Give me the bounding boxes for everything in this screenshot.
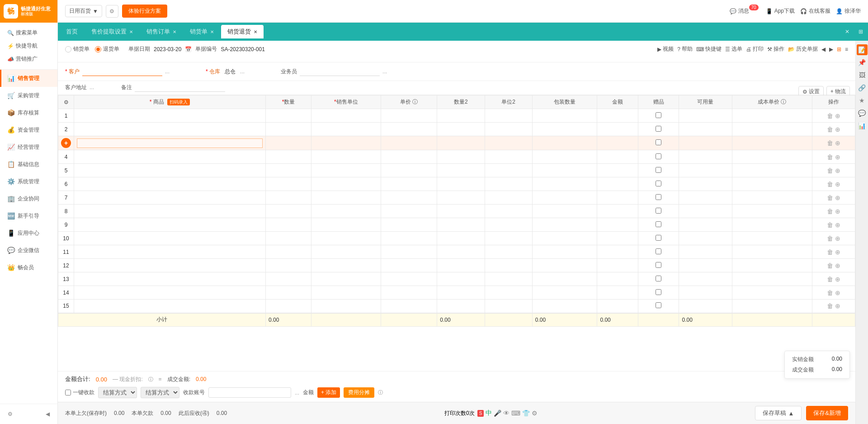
gift-checkbox[interactable] [656,302,661,308]
gift-checkbox[interactable] [656,221,661,227]
tab-layout-btn[interactable]: ⊞ [855,26,866,37]
operate-action[interactable]: ⚒ 操作 [767,45,784,53]
save-draft-btn[interactable]: 保存草稿 ▲ [755,406,802,420]
copy-row-btn[interactable]: ⊕ [835,221,840,229]
sidebar-item-system[interactable]: ⚙️ 系统管理 [0,173,57,190]
address-dots[interactable]: ... [90,84,94,91]
sidebar-item-inventory[interactable]: 📦 库存核算 [0,104,57,121]
gift-checkbox[interactable] [656,194,661,200]
calendar-icon[interactable]: 📅 [185,46,192,52]
delete-row-btn[interactable]: 🗑 [827,248,833,256]
tab-price-settings[interactable]: 售价提取设置 ✕ [85,25,139,38]
online-service-item[interactable]: 🎧 在线客服 [800,7,830,15]
gift-checkbox[interactable] [656,126,661,132]
delete-row-btn[interactable]: 🗑 [827,208,833,215]
sidebar-item-purchase[interactable]: 🛒 采购管理 [0,87,57,104]
tab-price-close-icon[interactable]: ✕ [129,29,133,34]
th-settings[interactable]: ⚙ [58,95,74,109]
tab-sales[interactable]: 销货单 ✕ [184,25,220,38]
sidebar-settings-btn[interactable]: ⚙ [4,408,16,420]
gift-checkbox[interactable] [656,262,661,268]
gift-checkbox[interactable] [656,181,661,186]
right-sidebar-form-icon[interactable]: 📝 [857,44,868,55]
sidebar-item-member[interactable]: 👑 畅会员 [0,259,57,276]
settle-method-select[interactable]: 结算方式 [98,387,137,398]
one-click-input[interactable] [65,390,71,395]
right-sidebar-star-icon[interactable]: ★ [857,95,868,106]
experience-btn[interactable]: 体验行业方案 [122,5,167,18]
app-download-item[interactable]: 📱 App下载 [766,7,795,15]
view-grid-icon[interactable]: ⊞ [837,46,841,52]
delete-row-btn[interactable]: 🗑 [827,167,833,174]
select-action[interactable]: ☰ 选单 [725,45,742,53]
print-action[interactable]: 🖨 打印 [746,45,764,53]
sidebar-item-finance[interactable]: 💰 资金管理 [0,121,57,138]
copy-row-btn[interactable]: ⊕ [835,181,840,188]
account-input[interactable] [208,387,291,398]
sidebar-item-wechat[interactable]: 💬 企业微信 [0,242,57,259]
delete-row-btn[interactable]: 🗑 [827,289,833,296]
copy-row-btn[interactable]: ⊕ [835,276,840,283]
sidebar-collapse-btn[interactable]: ◀ [41,408,54,420]
copy-row-btn[interactable]: ⊕ [835,302,840,310]
one-click-checkbox[interactable]: 一键收款 [65,389,94,396]
delete-row-btn[interactable]: 🗑 [827,139,833,147]
feiyong-btn[interactable]: 费用分摊 [344,387,374,398]
delete-row-btn[interactable]: 🗑 [827,112,833,119]
copy-row-btn[interactable]: ⊕ [835,208,840,215]
history-action[interactable]: 📂 历史单据 [788,45,818,53]
right-sidebar-note-icon[interactable]: 📌 [857,57,868,68]
topbar-gear-btn[interactable]: ⚙ [106,5,118,18]
gift-checkbox[interactable] [656,153,661,159]
tab-sales-order[interactable]: 销售订单 ✕ [140,25,183,38]
history-nav-next[interactable]: ▶ [829,46,833,52]
right-sidebar-chat-icon[interactable]: 💬 [857,108,868,119]
copy-row-btn[interactable]: ⊕ [835,289,840,296]
tab-home[interactable]: 首页 [60,25,84,38]
right-sidebar-img-icon[interactable]: 🖼 [857,70,868,81]
gift-checkbox[interactable] [656,208,661,214]
copy-row-btn[interactable]: ⊕ [835,126,840,133]
copy-row-btn[interactable]: ⊕ [835,194,840,201]
cash-discount-help[interactable]: ⓘ [148,376,153,383]
scan-input-btn[interactable]: 扫码录入 [167,99,190,105]
warehouse-dots[interactable]: ... [240,68,245,75]
copy-row-btn[interactable]: ⊕ [835,153,840,161]
salesperson-dots[interactable]: ... [382,68,387,75]
delete-row-btn[interactable]: 🗑 [827,302,833,310]
copy-row-btn[interactable]: ⊕ [835,112,840,119]
history-nav-prev[interactable]: ◀ [821,46,826,52]
industry-dropdown[interactable]: 日用百货 ▼ [65,5,102,17]
save-new-btn[interactable]: 保存&新增 [806,406,848,420]
shortcut-action[interactable]: ⌨ 快捷键 [696,45,722,53]
right-sidebar-link-icon[interactable]: 🔗 [857,82,868,93]
gift-checkbox[interactable] [656,112,661,118]
marketing-item[interactable]: 📣 营销推广 [4,52,54,66]
view-list-icon[interactable]: ≡ [845,46,848,52]
add-payment-btn[interactable]: + 添加 [317,387,340,398]
search-menu-item[interactable]: 🔍 搜索菜单 [4,26,54,39]
copy-row-btn[interactable]: ⊕ [835,167,840,174]
gift-checkbox[interactable] [656,235,661,241]
delete-row-btn[interactable]: 🗑 [827,153,833,161]
delete-row-btn[interactable]: 🗑 [827,194,833,201]
sidebar-item-sales[interactable]: 📊 销售管理 [0,70,57,87]
gift-checkbox[interactable] [656,167,661,173]
delete-row-btn[interactable]: 🗑 [827,126,833,133]
copy-row-btn[interactable]: ⊕ [835,235,840,242]
radio-sale[interactable]: 销货单 [65,45,90,53]
feiyong-help[interactable]: ⓘ [378,389,383,396]
calc-method-select[interactable]: 结算方式 [141,387,179,398]
gift-checkbox[interactable] [656,139,661,145]
customer-dots[interactable]: ... [165,68,170,75]
delete-row-btn[interactable]: 🗑 [827,235,833,242]
sidebar-item-basic[interactable]: 📋 基础信息 [0,156,57,173]
tab-order-close-icon[interactable]: ✕ [173,29,176,34]
sidebar-item-guide[interactable]: 🆕 新手引导 [0,207,57,224]
quick-nav-item[interactable]: ⚡ 快捷导航 [4,39,54,52]
delete-row-btn[interactable]: 🗑 [827,276,833,283]
copy-row-btn[interactable]: ⊕ [835,248,840,256]
tab-sales-close-icon[interactable]: ✕ [210,29,214,34]
delete-row-btn[interactable]: 🗑 [827,221,833,229]
user-item[interactable]: 👤 徐泽华 [836,7,861,15]
